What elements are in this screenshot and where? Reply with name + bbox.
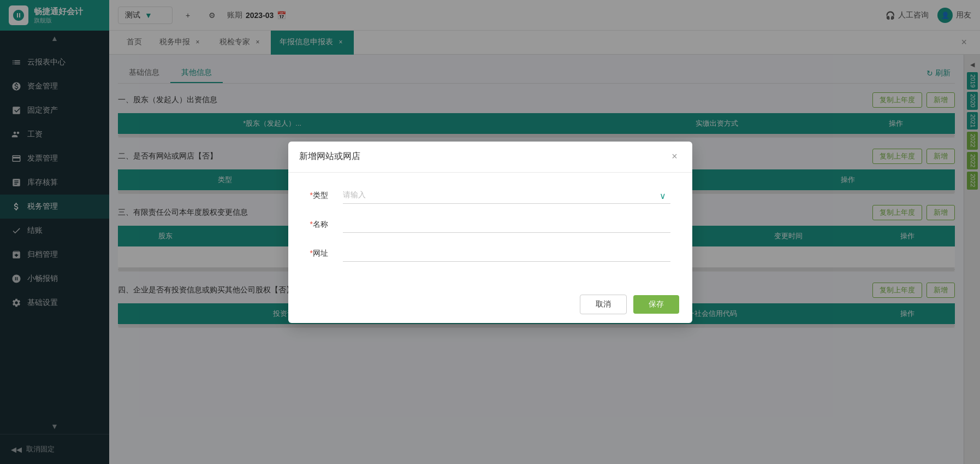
dialog-body: *类型 ∨ *名称 *网址 (288, 173, 692, 286)
dialog-title: 新增网站或网店 (299, 151, 668, 162)
dialog-header: 新增网站或网店 × (288, 142, 692, 173)
dialog-footer: 取消 保存 (288, 286, 692, 323)
form-field-name: *名称 (310, 217, 670, 233)
dialog-close-button[interactable]: × (668, 150, 681, 163)
name-input[interactable] (343, 217, 670, 230)
save-button[interactable]: 保存 (633, 295, 679, 314)
url-input-wrap (343, 246, 670, 262)
dialog: 新增网站或网店 × *类型 ∨ *名称 (288, 142, 692, 323)
url-input[interactable] (343, 246, 670, 259)
form-field-type: *类型 ∨ (310, 188, 670, 204)
type-input[interactable] (343, 188, 670, 201)
type-input-wrap: ∨ (343, 188, 670, 204)
type-label: *类型 (310, 191, 343, 201)
dialog-overlay[interactable]: 新增网站或网店 × *类型 ∨ *名称 (0, 0, 980, 464)
name-input-wrap (343, 217, 670, 233)
url-label: *网址 (310, 249, 343, 259)
type-dropdown-icon[interactable]: ∨ (660, 190, 666, 201)
form-field-url: *网址 (310, 246, 670, 262)
cancel-button[interactable]: 取消 (580, 295, 627, 314)
name-label: *名称 (310, 220, 343, 230)
